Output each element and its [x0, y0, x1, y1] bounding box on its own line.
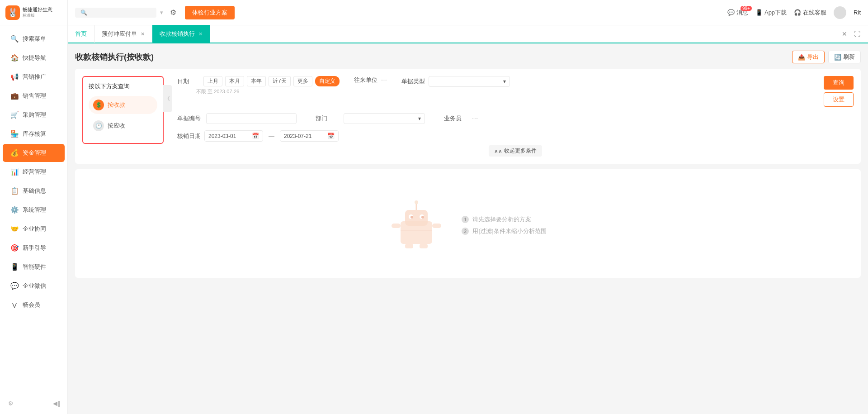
sidebar-item-purchase[interactable]: 🛒 采购管理	[3, 106, 65, 124]
sidebar-item-guide[interactable]: 🎯 新手引导	[3, 239, 65, 257]
tab-expand-area: ✕ ⛶	[839, 29, 868, 39]
tab-prepay-close[interactable]: ✕	[141, 31, 145, 37]
sidebar-bottom: ⚙ ◀‖	[0, 392, 67, 414]
date-btn-lastmonth[interactable]: 上月	[203, 76, 222, 86]
sidebar-item-label: 企业微信	[23, 282, 46, 290]
operations-icon: 📊	[10, 167, 19, 176]
page-header: 收款核销执行(按收款) 📤 导出 🔄 刷新	[75, 51, 861, 63]
date-btn-7days[interactable]: 近7天	[269, 76, 291, 86]
tab-receivable-close[interactable]: ✕	[198, 31, 203, 37]
app-name: 畅捷通好生意	[23, 6, 52, 13]
verify-end-input[interactable]: 2023-07-21 📅	[280, 130, 339, 142]
sidebar-item-label: 采购管理	[23, 111, 46, 119]
sidebar-item-basicinfo[interactable]: 📋 基础信息	[3, 182, 65, 200]
gear-icon[interactable]: ⚙	[167, 6, 179, 19]
date-range-hint: 不限 至 2023-07-26	[177, 88, 340, 95]
purchase-icon: 🛒	[10, 110, 19, 119]
receipt-icon: 💲	[93, 100, 104, 110]
search-icon: 🔍	[10, 34, 19, 43]
topbar-arrow[interactable]: ▾	[160, 9, 163, 16]
staff-label: 业务员	[444, 114, 467, 123]
refresh-button[interactable]: 🔄 刷新	[828, 51, 861, 63]
app-download-label: App下载	[764, 9, 787, 17]
calendar-icon-end: 📅	[327, 133, 335, 139]
verify-start-input[interactable]: 2023-03-01 📅	[204, 130, 263, 142]
date-btn-more[interactable]: 更多	[293, 76, 312, 86]
svg-rect-11	[405, 244, 413, 248]
tab-home[interactable]: 首页	[68, 25, 94, 43]
filter-option-by-receipt[interactable]: 💲 按收款	[89, 96, 157, 114]
sidebar-item-cooperation[interactable]: 🤝 企业协同	[3, 220, 65, 238]
settings-bottom-icon[interactable]: ⚙	[5, 397, 17, 409]
service-label: 在线客服	[803, 9, 826, 17]
tab-expand-icon[interactable]: ⛶	[852, 29, 863, 39]
sidebar-item-hardware[interactable]: 📱 智能硬件	[3, 258, 65, 276]
app-logo: 🐰 畅捷通好生意 标准版	[0, 0, 67, 25]
online-service[interactable]: 🎧 在线客服	[794, 9, 826, 17]
robot-svg	[389, 196, 443, 251]
tab-receivable[interactable]: 收款核销执行 ✕	[152, 25, 210, 43]
topbar-right: 💬 消息 99+ 📱 App下载 🎧 在线客服 Rit	[727, 6, 861, 19]
tab-prepay[interactable]: 预付冲应付单 ✕	[94, 25, 152, 43]
tip-num-1: 1	[462, 216, 469, 223]
svg-point-4	[410, 216, 413, 219]
topbar-search[interactable]: 🔍	[75, 8, 156, 18]
sidebar-item-label: 营销推广	[23, 73, 46, 81]
doctype-label: 单据类型	[401, 77, 425, 86]
collapse-sidebar-btn[interactable]: 《	[163, 85, 172, 112]
empty-tip-2: 2 用[过滤]条件来缩小分析范围	[462, 227, 546, 235]
app-download[interactable]: 📱 App下载	[755, 9, 787, 17]
docno-label: 单据编号	[177, 114, 201, 123]
query-button[interactable]: 查询	[824, 76, 854, 90]
svg-rect-1	[405, 210, 428, 226]
collapse-more-button[interactable]: ∧∧ 收起更多条件	[489, 145, 542, 157]
calendar-icon: 📅	[252, 133, 259, 139]
sidebar: 🐰 畅捷通好生意 标准版 🔍 搜索菜单 🏠 快捷导航 📢 营销推广 💼 销售管理…	[0, 0, 68, 414]
empty-illustration	[389, 196, 443, 251]
filter-option-label: 按收款	[108, 101, 125, 109]
setting-button[interactable]: 设置	[824, 92, 854, 107]
sidebar-item-sales[interactable]: 💼 销售管理	[3, 87, 65, 105]
tab-close-all-icon[interactable]: ✕	[839, 29, 850, 39]
sidebar-item-marketing[interactable]: 📢 营销推广	[3, 68, 65, 86]
sidebar-item-search[interactable]: 🔍 搜索菜单	[3, 30, 65, 48]
filter-option-by-receivable[interactable]: 🕐 按应收	[89, 117, 157, 135]
counterpart-dots: ···	[381, 76, 387, 84]
sidebar-item-vip[interactable]: V 畅会员	[3, 296, 65, 314]
message-icon[interactable]: 💬 消息 99+	[727, 9, 748, 17]
sidebar-item-quicknav[interactable]: 🏠 快捷导航	[3, 49, 65, 67]
docno-input[interactable]	[206, 113, 297, 124]
date-btn-custom[interactable]: 自定义	[315, 76, 340, 86]
home-icon: 🏠	[10, 53, 19, 62]
sidebar-item-finance[interactable]: 💰 资金管理	[3, 144, 65, 162]
sidebar-item-label: 基础信息	[23, 187, 46, 195]
dept-select[interactable]: ▾	[344, 113, 425, 124]
solution-button[interactable]: 体验行业方案	[185, 6, 235, 19]
avatar	[834, 6, 846, 19]
date-btn-thisyear[interactable]: 本年	[247, 76, 266, 86]
svg-point-7	[415, 200, 418, 204]
export-label: 导出	[807, 53, 819, 61]
sidebar-item-operations[interactable]: 📊 经营管理	[3, 163, 65, 181]
username[interactable]: Rit	[854, 9, 861, 16]
sales-icon: 💼	[10, 91, 19, 100]
page-title: 收款核销执行(按收款)	[75, 52, 154, 62]
sidebar-item-wechat[interactable]: 💬 企业微信	[3, 277, 65, 295]
tip-num-2: 2	[462, 228, 469, 235]
page-content: 收款核销执行(按收款) 📤 导出 🔄 刷新 按以下方案查询 💲	[68, 43, 868, 414]
counterpart-label: 往来单位	[354, 76, 377, 84]
verify-end-value: 2023-07-21	[284, 133, 311, 139]
sidebar-item-inventory[interactable]: 🏪 库存核算	[3, 125, 65, 143]
date-label: 日期	[177, 77, 200, 86]
sidebar-item-system[interactable]: ⚙️ 系统管理	[3, 201, 65, 219]
doctype-select[interactable]: ▾	[429, 76, 510, 87]
date-btn-thismonth[interactable]: 本月	[225, 76, 244, 86]
tabbar: 首页 预付冲应付单 ✕ 收款核销执行 ✕ ✕ ⛶	[68, 25, 868, 43]
search-icon: 🔍	[80, 10, 87, 16]
empty-state: 1 请先选择要分析的方案 2 用[过滤]条件来缩小分析范围	[75, 169, 861, 278]
guide-icon: 🎯	[10, 243, 19, 252]
tip-text-2: 用[过滤]条件来缩小分析范围	[472, 227, 546, 235]
export-button[interactable]: 📤 导出	[792, 51, 825, 63]
collapse-sidebar-icon[interactable]: ◀‖	[50, 397, 63, 409]
date-shortcuts: 上月 本月 本年 近7天 更多 自定义	[203, 76, 340, 86]
